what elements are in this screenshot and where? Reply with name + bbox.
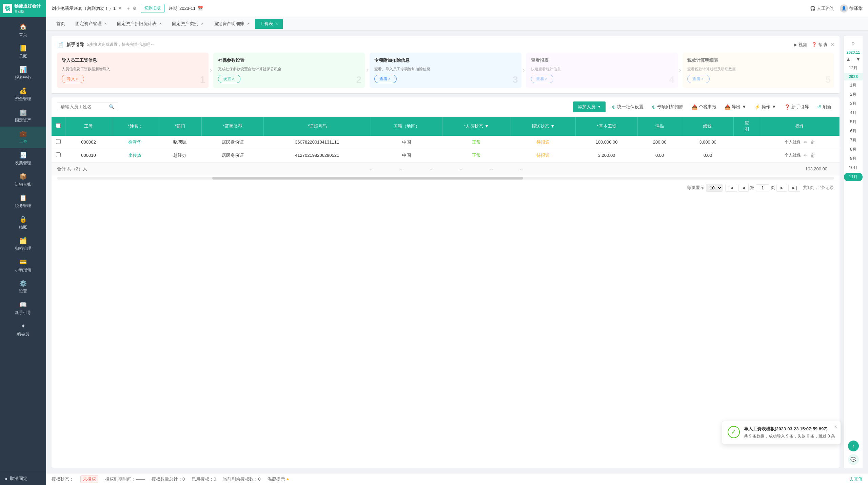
close-icon[interactable]: × — [201, 21, 203, 26]
search-input[interactable] — [61, 104, 107, 109]
next-page-button[interactable]: ► — [776, 184, 787, 192]
operations-label: 操作 — [762, 104, 770, 110]
cal-month-11[interactable]: 11月 — [844, 173, 863, 181]
settings-gear-icon[interactable]: ⚙ — [133, 6, 137, 11]
cal-month-5[interactable]: 5月 — [844, 118, 863, 126]
cal-month-3[interactable]: 3月 — [844, 99, 863, 108]
sidebar-item-home[interactable]: 🏠 首页 — [0, 20, 46, 41]
row-checkbox[interactable] — [56, 152, 61, 157]
sidebar-item-settings[interactable]: ⚙️ 设置 — [0, 276, 46, 298]
sidebar-item-inventory[interactable]: 📦 进销台账 — [0, 169, 46, 191]
add-account-icon[interactable]: ＋ — [126, 5, 131, 12]
step-view-button[interactable]: 查看＞ — [374, 75, 397, 83]
panel-collapse-button[interactable]: » — [850, 39, 856, 48]
unpin-button[interactable]: ◄ 取消固定 — [0, 472, 46, 485]
sidebar-item-closing[interactable]: 🔒 结账 — [0, 212, 46, 234]
search-box[interactable]: 🔍 — [57, 102, 118, 111]
sidebar-item-reports[interactable]: 📊 报表中心 — [0, 62, 46, 84]
sidebar-item-assets[interactable]: 🏢 固定资产 — [0, 105, 46, 127]
per-page-select[interactable]: 10 20 50 — [706, 184, 723, 192]
step-tax-button[interactable]: 查看＞ — [687, 75, 710, 83]
customer-service-button[interactable]: 🎧 人工咨询 — [810, 5, 834, 12]
help-link[interactable]: ❓ 帮助 — [811, 42, 827, 48]
special-deduction-button[interactable]: ⊕ 专项附加扣除 — [649, 102, 686, 111]
refresh-button[interactable]: ↺ 刷新 — [814, 102, 834, 111]
cal-month-2[interactable]: 2月 — [844, 90, 863, 99]
close-icon[interactable]: × — [104, 21, 107, 26]
sidebar-item-member[interactable]: ✦ 畅会员 — [0, 319, 46, 340]
cal-month-12-prev[interactable]: 12月 — [844, 64, 863, 72]
toast-close-button[interactable]: × — [834, 424, 837, 429]
cal-month-4[interactable]: 4月 — [844, 109, 863, 117]
prev-page-button[interactable]: ◄ — [738, 184, 749, 192]
toast-success-icon: ✓ — [728, 426, 740, 438]
close-icon[interactable]: × — [159, 21, 162, 26]
cal-year-2023[interactable]: 2023 — [844, 73, 863, 80]
cal-month-7[interactable]: 7月 — [844, 136, 863, 145]
export-button[interactable]: 📤 导出 ▼ — [722, 102, 749, 111]
step-arrow: › — [209, 53, 213, 88]
search-icon[interactable]: 🔍 — [109, 104, 114, 109]
account-selector[interactable]: 刘小艳演示账套（勿删勿动！）1 ▼ — [52, 5, 122, 12]
edit-icon[interactable]: ✏ — [804, 139, 808, 145]
wizard-close-button[interactable]: × — [831, 42, 834, 48]
close-icon[interactable]: × — [276, 21, 278, 26]
last-page-button[interactable]: ►| — [788, 184, 800, 192]
sidebar-item-payroll[interactable]: 💼 工资 — [0, 127, 46, 148]
tab-payroll-table[interactable]: 工资表 × — [255, 19, 283, 29]
select-all-checkbox[interactable] — [56, 123, 61, 128]
sidebar-item-expense[interactable]: 💳 小畅报销 — [0, 255, 46, 276]
delete-icon[interactable]: 🗑 — [810, 139, 815, 145]
period-selector[interactable]: 账期 2023-11 📅 — [169, 5, 203, 12]
first-page-button[interactable]: |◄ — [725, 184, 737, 192]
scrollbar-thumb[interactable] — [212, 177, 523, 180]
prev-year-button[interactable]: ▲ — [845, 56, 851, 62]
charge-link[interactable]: 去充值 — [849, 476, 863, 482]
tab-asset-detail[interactable]: 固定资产明细账 × — [209, 19, 254, 29]
cal-month-10[interactable]: 10月 — [844, 164, 863, 172]
video-link[interactable]: ▶ 视频 — [794, 42, 807, 48]
close-icon[interactable]: × — [247, 21, 250, 26]
sidebar-item-archive[interactable]: 🗂️ 归档管理 — [0, 234, 46, 255]
next-year-button[interactable]: ▼ — [855, 56, 861, 62]
step-setup-button[interactable]: 设置＞ — [218, 75, 240, 83]
row-checkbox[interactable] — [56, 139, 61, 144]
quick-action-icon[interactable]: ↑ — [848, 441, 859, 451]
horizontal-scrollbar[interactable] — [57, 177, 834, 180]
personal-social-insurance-link[interactable]: 个人社保 — [785, 139, 801, 145]
step-view2-button[interactable]: 查看＞ — [531, 75, 553, 83]
tab-fixed-assets[interactable]: 固定资产管理 × — [71, 19, 112, 29]
tax-report-button[interactable]: 📤 个税申报 — [689, 102, 719, 111]
cal-month-8[interactable]: 8月 — [844, 145, 863, 154]
page-size-selector[interactable]: 每页显示 10 20 50 — [687, 184, 723, 192]
sidebar-item-invoices[interactable]: 🧾 发票管理 — [0, 148, 46, 169]
operations-button[interactable]: ⚡ 操作 ▼ — [752, 102, 779, 111]
old-version-button[interactable]: 切到旧版 — [141, 4, 164, 13]
feedback-icon[interactable]: 💬 — [848, 454, 859, 465]
new-guide-button[interactable]: ❓ 新手引导 — [782, 102, 812, 111]
personal-social-insurance-link[interactable]: 个人社保 — [785, 152, 801, 158]
tab-home[interactable]: 首页 — [52, 19, 70, 29]
sidebar-item-funds[interactable]: 💰 资金管理 — [0, 84, 46, 105]
cal-month-1[interactable]: 1月 — [844, 81, 863, 90]
employee-name-link[interactable]: 李俊杰 — [128, 153, 141, 158]
tab-depreciation[interactable]: 固定资产折旧统计表 × — [112, 19, 166, 29]
employee-name-link[interactable]: 徐泽华 — [128, 139, 141, 145]
sidebar-item-tax[interactable]: 📋 税务管理 — [0, 191, 46, 212]
add-employee-button[interactable]: 添加人员 ▼ — [573, 101, 606, 112]
cal-month-9[interactable]: 9月 — [844, 154, 863, 163]
edit-icon[interactable]: ✏ — [804, 153, 808, 158]
row-select[interactable] — [52, 149, 65, 162]
delete-icon[interactable]: 🗑 — [810, 153, 815, 158]
tab-asset-category[interactable]: 固定资产类别 × — [167, 19, 208, 29]
step-import-button[interactable]: 导入＞ — [62, 75, 84, 83]
sidebar-item-ledger[interactable]: 📒 总账 — [0, 41, 46, 62]
step-title: 社保参数设置 — [218, 57, 360, 63]
user-menu[interactable]: 👤 徐泽华 — [840, 4, 863, 13]
social-insurance-button[interactable]: ⊕ 统一社保设置 — [609, 102, 646, 111]
page-number-input[interactable] — [756, 184, 769, 191]
cal-month-6[interactable]: 6月 — [844, 127, 863, 135]
sidebar-item-newguide[interactable]: 📖 新手引导 — [0, 298, 46, 319]
select-all-header[interactable] — [52, 117, 65, 136]
row-select[interactable] — [52, 136, 65, 149]
